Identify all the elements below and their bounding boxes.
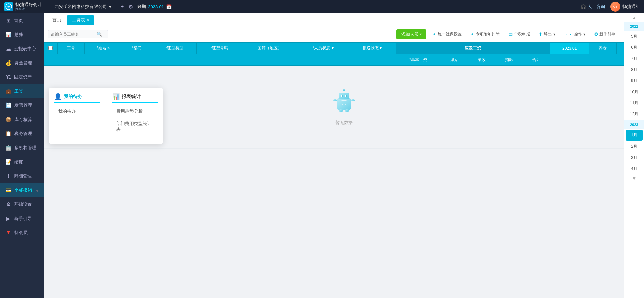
social-insurance-button[interactable]: ✦ 统一社保设置 <box>430 30 464 39</box>
date-2022-07[interactable]: 7月 <box>624 53 644 64</box>
date-nav-down[interactable]: ▼ <box>624 174 644 183</box>
sidebar-item-basic-settings[interactable]: ⚙ 基础设置 <box>0 197 44 211</box>
date-2022-09[interactable]: 9月 <box>624 75 644 87</box>
home-icon: ⊞ <box>5 18 11 24</box>
logo-text: 畅捷通好会计 <box>15 2 42 7</box>
ledger-icon: 📊 <box>5 32 12 38</box>
th-cert-type: *证型类型 <box>152 43 197 54</box>
th-spacer <box>44 54 396 66</box>
sidebar-item-salary[interactable]: 💼 工资 <box>0 84 44 98</box>
sidebar-label-ledger: 总账 <box>14 32 23 38</box>
date-2023-04[interactable]: 4月 <box>624 163 644 174</box>
personal-tax-button[interactable]: ▤ 个税申报 <box>506 30 533 39</box>
sidebar-label-multi-org: 多机构管理 <box>14 145 36 151</box>
popup-item-dept-expense[interactable]: 部门费用类型统计表 <box>112 119 158 135</box>
sidebar-label-settlement: 结账 <box>14 159 23 165</box>
sidebar-item-inventory[interactable]: 📦 库存核算 <box>0 112 44 127</box>
th-checkbox[interactable] <box>44 43 58 54</box>
date-2023-02[interactable]: 2月 <box>624 141 644 152</box>
sidebar-item-member[interactable]: 🔻 畅会员 <box>0 226 44 240</box>
export-button[interactable]: ⬆ 导出 ▾ <box>536 30 558 39</box>
xiaochang-icon: 💳 <box>5 187 12 193</box>
date-nav-up[interactable]: ▲ <box>624 13 644 22</box>
member-icon: 🔻 <box>5 230 12 236</box>
th-report-status[interactable]: 报送状态 ▾ <box>348 43 396 54</box>
date-2022-11[interactable]: 11月 <box>624 98 644 109</box>
new-guide-icon: ▶ <box>5 216 11 222</box>
add-person-button[interactable]: 添加人员 ▾ <box>396 29 426 39</box>
social-insurance-label: 统一社保设置 <box>438 31 462 37</box>
sidebar-label-tax: 税务管理 <box>14 131 32 137</box>
th-performance: 绩效 <box>468 54 495 66</box>
tab-home[interactable]: 首页 <box>48 15 66 25</box>
dropdown-arrow-icon: ▾ <box>420 32 422 36</box>
date-2022-08[interactable]: 8月 <box>624 64 644 75</box>
top-bar: 畅捷通好会计 好会计 西安矿米网络科技有限公司 ▾ + ⚙ 账期 2023-01… <box>0 0 644 13</box>
sidebar-item-fixed-assets[interactable]: 🏗 固定资产 <box>0 70 44 84</box>
date-2023-01[interactable]: 1月 <box>626 130 643 141</box>
special-deduction-button[interactable]: ✦ 专项附加扣除 <box>468 30 502 39</box>
popup-item-my-pending[interactable]: 我的待办 <box>54 106 100 117</box>
popup-section-pending: 👤 我的待办 我的待办 <box>54 93 100 135</box>
filter-icon2: ▾ <box>380 46 382 51</box>
sidebar-item-archive[interactable]: 🗄 归档管理 <box>0 169 44 183</box>
popup-item-expense-trend[interactable]: 费用趋势分析 <box>112 106 158 117</box>
fixed-assets-icon: 🏗 <box>5 74 11 80</box>
inventory-icon: 📦 <box>5 117 12 123</box>
sidebar-item-settlement[interactable]: 📝 结账 <box>0 155 44 169</box>
export-icon: ⬆ <box>539 32 542 37</box>
account-period-value: 2023-01 <box>148 4 164 9</box>
date-2023-03[interactable]: 3月 <box>624 152 644 163</box>
sort-icon: ⇅ <box>107 47 110 50</box>
calendar-icon[interactable]: 📅 <box>166 4 172 9</box>
sidebar-item-tax[interactable]: 📋 税务管理 <box>0 127 44 141</box>
th-country: 国籍（地区） <box>241 43 298 54</box>
headset-icon: 🎧 <box>581 4 586 9</box>
invoice-icon: 🧾 <box>5 102 12 108</box>
tab-salary-label: 工资表 <box>72 17 85 23</box>
sidebar-item-invoice[interactable]: 🧾 发票管理 <box>0 98 44 112</box>
sidebar-item-fund[interactable]: 💰 资金管理 <box>0 56 44 70</box>
company-selector[interactable]: 西安矿米网络科技有限公司 ▾ <box>52 2 114 11</box>
settings-icon[interactable]: ⚙ <box>128 4 133 10</box>
service-button[interactable]: 🎧 人工咨询 <box>581 4 605 10</box>
export-label: 导出 <box>544 31 552 37</box>
th-base-salary: *基本工资 <box>396 54 441 66</box>
th-person-status[interactable]: *人员状态 ▾ <box>298 43 348 54</box>
tab-close-icon[interactable]: × <box>87 18 89 22</box>
search-input[interactable] <box>51 32 94 37</box>
date-2022-05[interactable]: 5月 <box>624 31 644 42</box>
sidebar-item-new-guide[interactable]: ▶ 新手引导 <box>0 211 44 226</box>
guide-button[interactable]: ✪ 新手引导 <box>592 30 618 39</box>
popup-section-reports: 📊 报表统计 费用趋势分析 部门费用类型统计表 <box>108 93 158 135</box>
sidebar-item-xiaochang[interactable]: 💳 小畅报销 ◀ <box>0 183 44 197</box>
svg-point-5 <box>342 95 343 97</box>
add-icon[interactable]: + <box>121 4 124 10</box>
th-name[interactable]: *姓名 ⇅ <box>85 43 122 54</box>
sidebar-item-home[interactable]: ⊞ 首页 <box>0 13 44 28</box>
user-name: 畅捷通组 <box>622 4 640 10</box>
top-right: 🎧 人工咨询 CE 畅捷通组 <box>581 2 640 12</box>
th-emp-id: 工号 <box>58 43 85 54</box>
user-area[interactable]: CE 畅捷通组 <box>610 2 640 12</box>
sidebar-item-multi-org[interactable]: 🏢 多机构管理 <box>0 141 44 155</box>
date-2022-06[interactable]: 6月 <box>624 42 644 53</box>
popup-divider <box>104 93 104 139</box>
main-content: 首页 工资表 × × 🔍 添加人员 ▾ ✦ 统一社保设置 ✦ 专项附加扣除 <box>44 13 644 298</box>
tab-salary[interactable]: 工资表 × <box>67 15 94 25</box>
svg-rect-13 <box>345 109 349 112</box>
special-deduction-icon: ✦ <box>470 32 474 37</box>
xiaochang-popup: 👤 我的待办 我的待办 📊 报表统计 费用趋势分析 部门费用类型统计表 <box>49 88 163 144</box>
tab-home-label: 首页 <box>52 17 61 23</box>
date-2022-12[interactable]: 12月 <box>624 109 644 120</box>
sidebar-label-new-guide: 新手引导 <box>14 216 32 222</box>
empty-text: 暂无数据 <box>335 120 353 126</box>
sidebar-item-ledger[interactable]: 📊 总账 <box>0 28 44 42</box>
sidebar-item-cloud-report[interactable]: ☁ 云报表中心 <box>0 42 44 56</box>
company-name: 西安矿米网络科技有限公司 <box>54 4 107 10</box>
operations-button[interactable]: ⋮⋮ 操作 ▾ <box>561 30 588 39</box>
sidebar-label-inventory: 库存核算 <box>14 117 32 123</box>
date-2022-10[interactable]: 10月 <box>624 87 644 98</box>
sidebar-label-archive: 归档管理 <box>14 173 32 179</box>
select-all-checkbox[interactable] <box>48 46 53 50</box>
